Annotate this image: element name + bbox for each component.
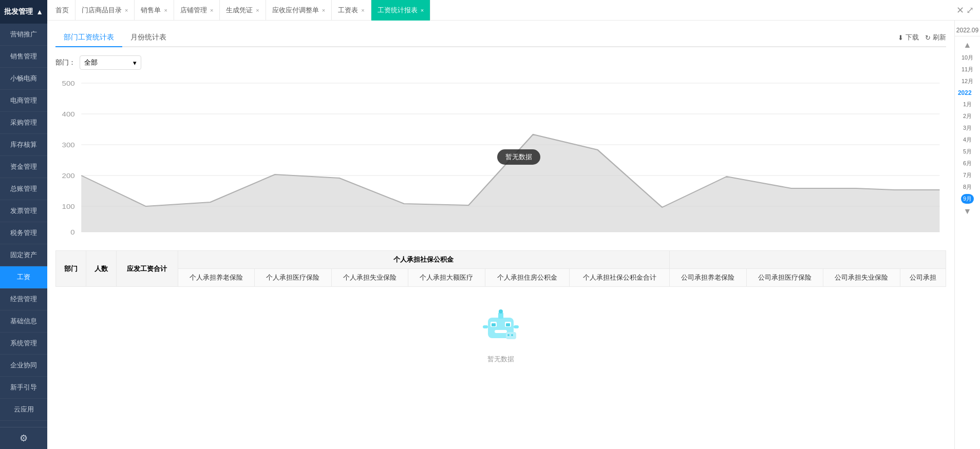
refresh-button[interactable]: ↻ 刷新 bbox=[925, 33, 946, 42]
svg-point-20 bbox=[499, 309, 503, 314]
svg-text:200: 200 bbox=[62, 172, 76, 179]
gear-icon[interactable]: ⚙ bbox=[20, 433, 28, 444]
sidebar-item-invoice[interactable]: 发票管理 bbox=[0, 200, 47, 222]
sidebar-item-finance[interactable]: 资金管理 bbox=[0, 156, 47, 178]
tab-sales-order[interactable]: 销售单× bbox=[135, 0, 174, 21]
th-company-social bbox=[670, 251, 946, 269]
sidebar-title: 批发管理 bbox=[4, 7, 33, 16]
download-button[interactable]: ⬇ 下载 bbox=[898, 33, 919, 42]
tab-close-sales-order[interactable]: × bbox=[164, 7, 167, 13]
svg-rect-17 bbox=[506, 323, 510, 326]
timeline-item-8[interactable]: 8月 bbox=[958, 181, 977, 193]
timeline-item-2[interactable]: 2月 bbox=[958, 110, 977, 122]
timeline-down-icon[interactable]: ▼ bbox=[962, 205, 974, 218]
sidebar-item-cloud[interactable]: 云应用 bbox=[0, 399, 47, 421]
th-dept: 部门 bbox=[56, 251, 86, 287]
timeline-up-icon[interactable]: ▲ bbox=[962, 38, 974, 52]
th-total-salary: 应发工资合计 bbox=[117, 251, 178, 287]
sidebar-item-sales[interactable]: 销售管理 bbox=[0, 46, 47, 68]
sidebar-item-ecommerce[interactable]: 电商管理 bbox=[0, 90, 47, 112]
dept-select[interactable]: 全部 ▾ bbox=[80, 55, 141, 70]
tab-close-ar-adjustment[interactable]: × bbox=[322, 7, 325, 13]
th-personal-total: 个人承担社保公积金合计 bbox=[570, 269, 670, 287]
toolbar: 部门： 全部 ▾ bbox=[55, 55, 946, 70]
tab-salary-table[interactable]: 工资表× bbox=[332, 0, 371, 21]
tab-close-store-mgmt[interactable]: × bbox=[210, 7, 213, 13]
timeline-item-6[interactable]: 6月 bbox=[958, 158, 977, 169]
timeline-header: 2022.09 bbox=[955, 25, 980, 36]
timeline-item-11[interactable]: 11月 bbox=[958, 64, 977, 75]
th-company-other: 公司承担 bbox=[900, 269, 946, 287]
timeline-item-12[interactable]: 12月 bbox=[958, 75, 977, 87]
empty-robot-icon bbox=[480, 307, 521, 348]
refresh-icon: ↻ bbox=[925, 34, 931, 42]
timeline-item-3[interactable]: 3月 bbox=[958, 122, 977, 134]
sidebar-item-ledger[interactable]: 总账管理 bbox=[0, 178, 47, 200]
sidebar-item-purchase[interactable]: 采购管理 bbox=[0, 112, 47, 134]
content-area: 部门工资统计表月份统计表 ⬇ 下载 ↻ 刷新 部门： bbox=[47, 21, 980, 449]
sidebar-item-marketing[interactable]: 营销推广 bbox=[0, 24, 47, 46]
timeline-item-1[interactable]: 1月 bbox=[958, 99, 977, 110]
tab-close-production-cert[interactable]: × bbox=[256, 7, 259, 13]
th-count: 人数 bbox=[86, 251, 117, 287]
timeline-item-7[interactable]: 7月 bbox=[958, 169, 977, 181]
tab-close-store-catalog[interactable]: × bbox=[125, 7, 128, 13]
timeline-sidebar: 2022.09 ▲ 10月11月12月20221月2月3月4月5月6月7月8月9… bbox=[954, 21, 980, 449]
sub-tab-month-stats[interactable]: 月份统计表 bbox=[122, 29, 175, 47]
th-personal-pension: 个人承担养老保险 bbox=[178, 269, 255, 287]
timeline-item-5[interactable]: 5月 bbox=[958, 146, 977, 158]
timeline-item-10[interactable]: 10月 bbox=[958, 52, 977, 64]
sidebar-item-assets[interactable]: 固定资产 bbox=[0, 244, 47, 266]
tab-ar-adjustment[interactable]: 应收应付调整单× bbox=[266, 0, 332, 21]
svg-point-25 bbox=[511, 334, 513, 336]
toolbar-left: 部门： 全部 ▾ bbox=[55, 55, 141, 70]
page-content: 部门工资统计表月份统计表 ⬇ 下载 ↻ 刷新 部门： bbox=[47, 21, 954, 449]
tab-salary-report[interactable]: 工资统计报表× bbox=[371, 0, 430, 21]
tab-store-mgmt[interactable]: 店铺管理× bbox=[174, 0, 220, 21]
sidebar-item-enterprise[interactable]: 企业协同 bbox=[0, 355, 47, 377]
chart-container: 500 400 300 200 100 0 bbox=[55, 78, 946, 242]
dept-label: 部门： bbox=[55, 58, 76, 67]
chevron-down-icon: ▾ bbox=[133, 59, 137, 67]
sidebar-item-salary[interactable]: 工资 bbox=[0, 266, 47, 288]
main-area: 首页门店商品目录×销售单×店铺管理×生成凭证×应收应付调整单×工资表×工资统计报… bbox=[47, 0, 980, 449]
tab-bar: 首页门店商品目录×销售单×店铺管理×生成凭证×应收应付调整单×工资表×工资统计报… bbox=[47, 0, 980, 21]
th-personal-medical: 个人承担医疗保险 bbox=[255, 269, 332, 287]
svg-rect-22 bbox=[514, 325, 519, 328]
tab-close-salary-table[interactable]: × bbox=[361, 7, 364, 13]
table-empty-row: 暂无数据 bbox=[56, 287, 946, 385]
th-company-unemployment: 公司承担失业保险 bbox=[823, 269, 900, 287]
tab-store-catalog[interactable]: 门店商品目录× bbox=[76, 0, 135, 21]
sidebar-bottom: ⚙ bbox=[0, 427, 47, 449]
data-table: 部门 人数 应发工资合计 个人承担社保公积金 个人承担养老保险 个人承担医疗保险… bbox=[55, 250, 946, 384]
sidebar-item-basic[interactable]: 基础信息 bbox=[0, 310, 47, 333]
sidebar-item-ecommerce-small[interactable]: 小畅电商 bbox=[0, 68, 47, 90]
sidebar-item-operations[interactable]: 经营管理 bbox=[0, 288, 47, 310]
sidebar-item-tax[interactable]: 税务管理 bbox=[0, 222, 47, 244]
tab-label-home: 首页 bbox=[55, 6, 69, 15]
sidebar-header[interactable]: 批发管理 ▲ bbox=[0, 0, 47, 24]
svg-text:300: 300 bbox=[62, 142, 76, 148]
sidebar-item-guide[interactable]: 新手引导 bbox=[0, 377, 47, 399]
sidebar-item-inventory[interactable]: 库存核算 bbox=[0, 134, 47, 156]
tab-label-production-cert: 生成凭证 bbox=[226, 6, 253, 15]
timeline-item-9[interactable]: 9月 bbox=[961, 194, 974, 204]
tab-bar-actions: ✕ ⤢ bbox=[954, 5, 978, 16]
svg-rect-23 bbox=[506, 332, 516, 339]
tab-home[interactable]: 首页 bbox=[49, 0, 76, 21]
th-personal-unemployment: 个人承担失业保险 bbox=[331, 269, 408, 287]
timeline-item-4[interactable]: 4月 bbox=[958, 134, 977, 146]
sidebar-item-system[interactable]: 系统管理 bbox=[0, 333, 47, 355]
timeline-year[interactable]: 2022 bbox=[958, 87, 977, 99]
download-icon: ⬇ bbox=[898, 34, 903, 42]
sub-tab-dept-stats[interactable]: 部门工资统计表 bbox=[55, 29, 122, 47]
tab-close-salary-report[interactable]: × bbox=[421, 7, 424, 13]
tab-production-cert[interactable]: 生成凭证× bbox=[220, 0, 266, 21]
svg-point-24 bbox=[507, 334, 510, 336]
table-group-header-row: 部门 人数 应发工资合计 个人承担社保公积金 bbox=[56, 251, 946, 269]
close-icon[interactable]: ✕ bbox=[956, 5, 964, 16]
expand-icon[interactable]: ⤢ bbox=[966, 5, 974, 16]
table-scroll[interactable]: 部门 人数 应发工资合计 个人承担社保公积金 个人承担养老保险 个人承担医疗保险… bbox=[55, 250, 946, 384]
table-col-header-row: 个人承担养老保险 个人承担医疗保险 个人承担失业保险 个人承担大额医疗 个人承担… bbox=[56, 269, 946, 287]
chart-no-data-tooltip: 暂无数据 bbox=[497, 149, 540, 165]
